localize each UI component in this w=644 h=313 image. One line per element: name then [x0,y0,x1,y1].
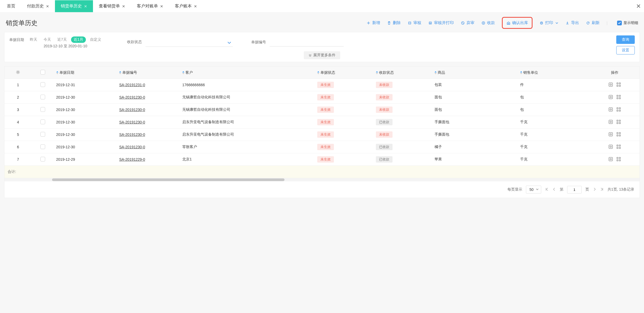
more-icon[interactable] [616,107,621,112]
per-page-label: 每页显示 [507,187,522,192]
settings-button[interactable]: 设置 [616,46,635,54]
row-customer: 无锡康哲自动化科技有限公司 [180,91,315,104]
delete-button[interactable]: 删除 [387,20,401,25]
date-opt-last7[interactable]: 近7天 [55,36,69,43]
page-size-select[interactable]: 50 [526,186,541,194]
tab-item[interactable]: 付款历史✕ [21,0,55,12]
date-opt-yesterday[interactable]: 昨天 [28,36,39,43]
op-column-header: 操作 [590,67,640,79]
doc-no-column-header[interactable]: 单据编号 [117,67,180,79]
tab-item[interactable]: 销货单历史✕ [55,0,93,12]
view-icon[interactable] [608,107,613,112]
close-tab-icon[interactable]: ✕ [84,4,87,8]
more-icon[interactable] [616,132,621,137]
pay-status-column-header[interactable]: 收款状态 [374,67,432,79]
row-doc-no[interactable]: SA-20191231-0 [117,79,180,91]
export-button[interactable]: 导出 [565,20,579,25]
view-icon[interactable] [608,95,613,99]
row-select[interactable] [31,128,54,141]
row-select[interactable] [31,153,54,166]
view-icon[interactable] [608,119,613,124]
close-tab-icon[interactable]: ✕ [194,4,197,8]
show-detail-toggle[interactable]: 显示明细 [617,21,638,25]
row-select[interactable] [31,141,54,153]
row-doc-no[interactable]: SA-20191230-0 [117,116,180,128]
date-column-header[interactable]: 单据日期 [54,67,117,79]
row-doc-no[interactable]: SA-20191230-0 [117,91,180,104]
audit-print-button[interactable]: 审核并打印 [428,20,454,25]
next-page-button[interactable] [593,187,596,192]
row-index: 7 [4,153,31,166]
collect-button[interactable]: 收款 [481,20,495,25]
tab-item[interactable]: 查看销货单✕ [93,0,131,12]
tab-item[interactable]: 客户账本✕ [169,0,203,12]
status-column-header[interactable]: 单据状态 [315,67,374,79]
horizontal-scrollbar[interactable] [4,178,640,181]
page-title: 销货单历史 [6,19,38,27]
row-pay-status: 已收款 [374,153,432,166]
row-doc-no[interactable]: SA-20191230-0 [117,141,180,153]
reject-button[interactable]: 弃审 [461,20,474,25]
close-tab-icon[interactable]: ✕ [122,4,125,8]
settings-column-header[interactable] [4,67,31,79]
view-icon[interactable] [608,157,613,162]
row-doc-no[interactable]: SA-20191230-0 [117,104,180,116]
query-button[interactable]: 查询 [616,35,635,44]
table-row[interactable]: 4 2019-12-30 SA-20191230-0 启东升亚电气设备制造有限公… [4,116,640,128]
tab-item[interactable]: 首页 [1,0,21,12]
table-row[interactable]: 2 2019-12-30 SA-20191230-0 无锡康哲自动化科技有限公司… [4,91,640,104]
first-page-button[interactable] [545,187,549,192]
date-opt-custom[interactable]: 自定义 [88,36,103,43]
expand-more-button[interactable]: 展开更多条件 [304,51,340,59]
row-pay-status: 已收款 [374,141,432,153]
row-doc-no[interactable]: SA-20191229-0 [117,153,180,166]
view-icon[interactable] [608,82,613,87]
svg-rect-45 [619,157,620,159]
close-all-tabs-icon[interactable]: ✕ [636,3,641,10]
row-doc-no[interactable]: SA-20191230-0 [117,128,180,141]
select-all-header[interactable] [31,67,54,79]
date-opt-last1m[interactable]: 近1月 [71,36,86,43]
product-column-header[interactable]: 商品 [432,67,518,79]
svg-rect-40 [617,147,618,149]
more-icon[interactable] [616,119,621,124]
confirm-outbound-button[interactable]: 确认出库 [502,17,533,29]
page-input[interactable] [567,186,582,194]
prev-page-button[interactable] [552,187,556,192]
svg-rect-12 [609,95,613,99]
row-select[interactable] [31,116,54,128]
close-tab-icon[interactable]: ✕ [46,4,49,8]
unit-column-header[interactable]: 销售单位 [518,67,590,79]
more-icon[interactable] [616,144,621,149]
doc-no-filter: 单据编号 [251,39,344,47]
customer-column-header[interactable]: 客户 [180,67,315,79]
row-select[interactable] [31,91,54,104]
table-row[interactable]: 3 2019-12-30 SA-20191230-0 无锡康哲自动化科技有限公司… [4,104,640,116]
close-tab-icon[interactable]: ✕ [160,4,163,8]
doc-no-input[interactable] [270,39,344,47]
row-product: 面包 [432,104,518,116]
date-opt-today[interactable]: 今天 [41,36,53,43]
tab-item[interactable]: 客户对账单✕ [131,0,169,12]
new-button[interactable]: 新增 [366,20,380,25]
table-row[interactable]: 1 2019-12-31 SA-20191231-0 17666666666 未… [4,79,640,91]
row-product: 橘子 [432,141,518,153]
date-filter-label: 单据日期 [9,36,24,42]
table-row[interactable]: 6 2019-12-30 SA-20191230-0 零散客户 未生效 已收款 … [4,141,640,153]
row-pay-status: 未收款 [374,91,432,104]
view-icon[interactable] [608,132,613,137]
row-select[interactable] [31,79,54,91]
refresh-button[interactable]: 刷新 [586,20,600,25]
view-icon[interactable] [608,144,613,149]
table-row[interactable]: 7 2019-12-29 SA-20191229-0 北京1 未生效 已收款 苹… [4,153,640,166]
row-select[interactable] [31,104,54,116]
last-page-button[interactable] [600,187,604,192]
audit-button[interactable]: 审核 [408,20,421,25]
print-button[interactable]: 打印 [539,20,558,25]
row-ops [590,104,640,116]
pay-status-dropdown[interactable] [146,39,233,47]
more-icon[interactable] [616,157,621,162]
more-icon[interactable] [616,82,621,87]
table-row[interactable]: 5 2019-12-30 SA-20191230-0 启东升亚电气设备制造有限公… [4,128,640,141]
more-icon[interactable] [616,95,621,99]
